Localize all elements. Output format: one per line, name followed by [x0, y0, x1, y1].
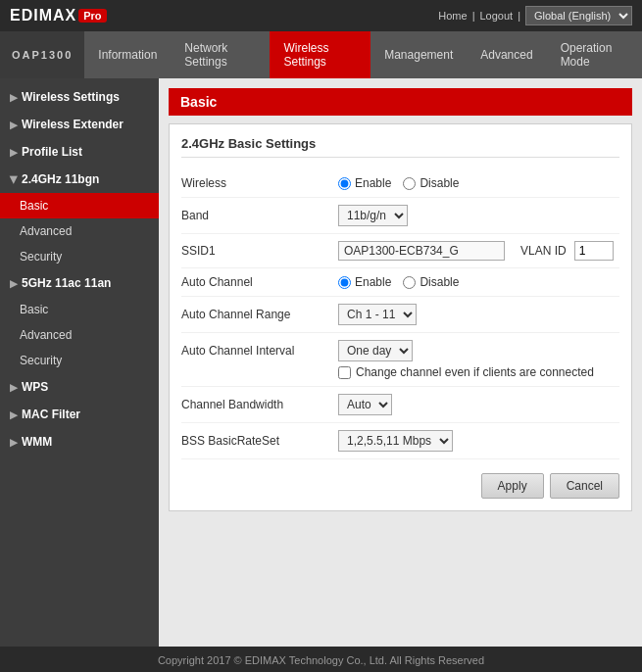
- nav-item-network-settings[interactable]: Network Settings: [171, 31, 270, 78]
- section-title: 2.4GHz Basic Settings: [181, 136, 619, 158]
- control-auto-channel: Enable Disable: [338, 275, 619, 289]
- label-ssid1: SSID1: [181, 244, 338, 258]
- radio-group-auto-channel: Enable Disable: [338, 275, 459, 289]
- control-auto-channel-range: Ch 1 - 11: [338, 304, 619, 325]
- input-ssid1[interactable]: [338, 241, 505, 261]
- footer: Copyright 2017 © EDIMAX Technology Co., …: [0, 647, 642, 672]
- row-channel-bandwidth: Channel Bandwidth Auto: [181, 387, 619, 423]
- top-bar: EDIMAX Pro Home | Logout | Global (Engli…: [0, 0, 642, 31]
- radio-autochannel-disable[interactable]: Disable: [403, 275, 459, 289]
- label-auto-channel-range: Auto Channel Range: [181, 308, 338, 321]
- arrow-icon: ▶: [10, 409, 18, 420]
- sidebar-label-24ghz: 2.4GHz 11bgn: [22, 172, 99, 186]
- nav-item-management[interactable]: Management: [370, 31, 467, 78]
- sidebar-item-5ghz[interactable]: ▶ 5GHz 11ac 11an: [0, 269, 159, 297]
- sidebar-item-wireless-extender[interactable]: ▶ Wireless Extender: [0, 111, 159, 138]
- label-auto-channel: Auto Channel: [181, 275, 338, 289]
- logout-link[interactable]: Logout: [479, 10, 513, 22]
- radio-autochannel-enable[interactable]: Enable: [338, 275, 391, 289]
- row-band: Band 11b/g/n: [181, 198, 619, 234]
- nav-item-operation-mode[interactable]: Operation Mode: [547, 31, 642, 78]
- row-wireless: Wireless Enable Disable: [181, 169, 619, 198]
- row-auto-channel-range: Auto Channel Range Ch 1 - 11: [181, 297, 619, 333]
- sidebar-child-basic-24[interactable]: Basic: [0, 193, 159, 218]
- sidebar-child-advanced-24[interactable]: Advanced: [0, 218, 159, 244]
- radio-wireless-enable[interactable]: Enable: [338, 176, 391, 190]
- arrow-icon: ▶: [10, 382, 18, 393]
- row-auto-channel: Auto Channel Enable Disable: [181, 268, 619, 297]
- separator2: |: [518, 10, 520, 22]
- sidebar-label-wps: WPS: [22, 380, 48, 394]
- sidebar-item-profile-list[interactable]: ▶ Profile List: [0, 138, 159, 166]
- radio-enable-label: Enable: [355, 275, 391, 289]
- radio-wireless-disable[interactable]: Disable: [403, 176, 459, 190]
- sidebar-item-mac-filter[interactable]: ▶ MAC Filter: [0, 401, 159, 428]
- checkbox-change-channel[interactable]: [338, 366, 351, 379]
- sidebar: ▶ Wireless Settings ▶ Wireless Extender …: [0, 78, 159, 647]
- label-wireless: Wireless: [181, 176, 338, 190]
- select-channel-bandwidth[interactable]: Auto: [338, 394, 392, 415]
- language-select[interactable]: Global (English): [525, 6, 632, 25]
- input-vlan-id[interactable]: [574, 241, 614, 261]
- control-band: 11b/g/n: [338, 205, 619, 226]
- footer-text: Copyright 2017 © EDIMAX Technology Co., …: [158, 654, 484, 666]
- apply-button[interactable]: Apply: [481, 473, 544, 499]
- sidebar-item-wmm[interactable]: ▶ WMM: [0, 428, 159, 456]
- sidebar-item-wireless-settings[interactable]: ▶ Wireless Settings: [0, 83, 159, 111]
- arrow-icon: ▶: [10, 92, 18, 103]
- select-band[interactable]: 11b/g/n: [338, 205, 408, 226]
- nav-item-advanced[interactable]: Advanced: [467, 31, 546, 78]
- arrow-icon: ▶: [10, 120, 18, 130]
- nav-brand: OAP1300: [0, 31, 84, 78]
- arrow-icon: ▶: [10, 147, 18, 158]
- cancel-button[interactable]: Cancel: [550, 473, 619, 499]
- sidebar-label-wireless-extender: Wireless Extender: [22, 118, 123, 131]
- select-bss-basicrateset[interactable]: 1,2,5.5,11 Mbps: [338, 430, 453, 452]
- row-ssid1: SSID1 VLAN ID: [181, 234, 619, 268]
- content-header: Basic: [169, 88, 632, 116]
- sidebar-label-wmm: WMM: [22, 435, 52, 449]
- separator1: |: [472, 10, 475, 22]
- content-box: 2.4GHz Basic Settings Wireless Enable Di…: [169, 123, 632, 511]
- nav-bar: OAP1300 Information Network Settings Wir…: [0, 31, 642, 78]
- radio-disable-label: Disable: [420, 176, 459, 190]
- nav-item-wireless-settings[interactable]: Wireless Settings: [270, 31, 370, 78]
- radio-enable-label: Enable: [355, 176, 391, 190]
- sidebar-item-wps[interactable]: ▶ WPS: [0, 373, 159, 401]
- checkbox-row-change-channel: Change channel even if clients are conne…: [338, 365, 594, 379]
- label-channel-bandwidth: Channel Bandwidth: [181, 398, 338, 411]
- vlan-label: VLAN ID: [520, 244, 567, 258]
- arrow-icon: ▶: [10, 437, 18, 448]
- label-bss-basicrateset: BSS BasicRateSet: [181, 434, 338, 448]
- sidebar-item-24ghz[interactable]: ▶ 2.4GHz 11bgn: [0, 166, 159, 193]
- control-channel-bandwidth: Auto: [338, 394, 619, 415]
- sidebar-label-wireless-settings: Wireless Settings: [22, 90, 120, 104]
- arrow-icon: ▶: [10, 278, 18, 289]
- control-wireless: Enable Disable: [338, 176, 619, 190]
- arrow-icon: ▶: [9, 175, 20, 183]
- nav-item-information[interactable]: Information: [84, 31, 171, 78]
- home-link[interactable]: Home: [438, 10, 467, 22]
- label-auto-channel-interval: Auto Channel Interval: [181, 344, 338, 358]
- main-layout: ▶ Wireless Settings ▶ Wireless Extender …: [0, 78, 642, 647]
- sidebar-child-basic-5[interactable]: Basic: [0, 297, 159, 322]
- sidebar-label-profile-list: Profile List: [22, 145, 82, 159]
- control-bss-basicrateset: 1,2,5.5,11 Mbps: [338, 430, 619, 452]
- row-bss-basicrateset: BSS BasicRateSet 1,2,5.5,11 Mbps: [181, 423, 619, 459]
- top-links: Home | Logout | Global (English): [438, 6, 632, 25]
- radio-group-wireless: Enable Disable: [338, 176, 459, 190]
- nav-items: Information Network Settings Wireless Se…: [84, 31, 642, 78]
- logo-edimax-text: EDIMAX: [10, 7, 76, 24]
- radio-disable-label: Disable: [420, 275, 459, 289]
- select-channel-interval[interactable]: One day: [338, 340, 413, 361]
- sidebar-label-5ghz: 5GHz 11ac 11an: [22, 276, 111, 290]
- sidebar-child-advanced-5[interactable]: Advanced: [0, 322, 159, 348]
- sidebar-child-security-5[interactable]: Security: [0, 348, 159, 373]
- logo-pro-text: Pro: [78, 9, 106, 23]
- label-band: Band: [181, 209, 338, 222]
- row-auto-channel-interval: Auto Channel Interval One day Change cha…: [181, 333, 619, 387]
- select-channel-range[interactable]: Ch 1 - 11: [338, 304, 417, 325]
- btn-row: Apply Cancel: [181, 473, 619, 499]
- sidebar-child-security-24[interactable]: Security: [0, 244, 159, 269]
- control-auto-channel-interval: One day: [338, 340, 619, 361]
